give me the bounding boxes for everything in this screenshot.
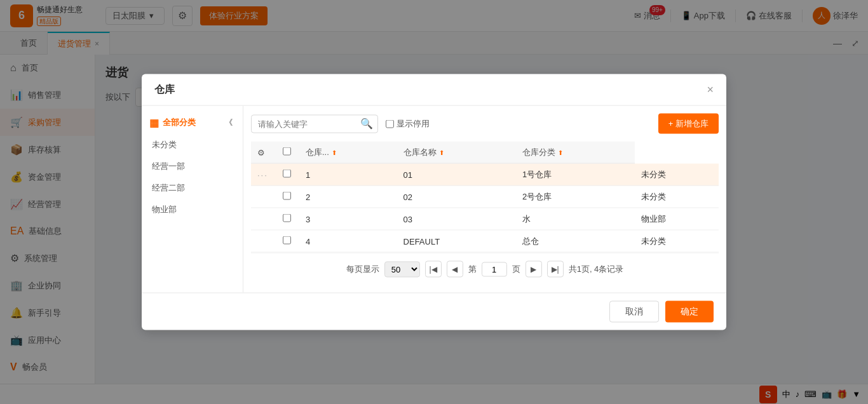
row-no: 4 xyxy=(299,230,397,252)
category-panel: ▦ 全部分类 《 未分类 经营一部 经营二部 物业部 xyxy=(142,106,243,293)
show-disabled-checkbox[interactable] xyxy=(386,119,394,128)
prev-page-button[interactable]: ◀ xyxy=(447,261,463,278)
search-input[interactable] xyxy=(251,114,378,133)
row-checkbox-cell xyxy=(276,163,299,185)
row-gear xyxy=(251,230,276,252)
modal-close-button[interactable]: × xyxy=(707,83,714,97)
sort-icon-name: ⬆ xyxy=(439,149,444,156)
grid-icon: ▦ xyxy=(149,116,159,128)
add-warehouse-button[interactable]: + 新增仓库 xyxy=(658,114,719,134)
modal-body: ▦ 全部分类 《 未分类 经营一部 经营二部 物业部 🔍 显示停用 + xyxy=(142,106,726,293)
table-row[interactable]: 2022号仓库未分类 xyxy=(251,185,719,208)
pagination-bar: 每页显示 50 10 20 100 |◀ ◀ 第 页 ▶ ▶| 共1页, 4条记… xyxy=(251,253,719,285)
row-code: 02 xyxy=(397,185,516,208)
search-row: 🔍 显示停用 + 新增仓库 xyxy=(251,114,719,134)
row-checkbox[interactable] xyxy=(283,192,291,200)
right-panel: 🔍 显示停用 + 新增仓库 ⚙ xyxy=(243,106,726,293)
next-page-button[interactable]: ▶ xyxy=(526,261,542,278)
search-icon[interactable]: 🔍 xyxy=(360,118,373,130)
confirm-button[interactable]: 确定 xyxy=(665,301,714,323)
col-code[interactable]: 仓库... ⬆ xyxy=(299,142,397,164)
row-name: 2号仓库 xyxy=(516,185,635,208)
row-code: 03 xyxy=(397,208,516,230)
category-property[interactable]: 物业部 xyxy=(142,199,243,220)
row-checkbox[interactable] xyxy=(283,214,291,222)
col-category[interactable]: 仓库分类 ⬆ xyxy=(516,142,635,164)
modal-header: 仓库 × xyxy=(142,74,726,106)
col-settings: ⚙ xyxy=(251,142,276,164)
row-code: 01 xyxy=(397,163,516,185)
row-category: 未分类 xyxy=(635,163,719,185)
row-no: 3 xyxy=(299,208,397,230)
modal-footer: 取消 确定 xyxy=(142,293,726,330)
sort-icon-code: ⬆ xyxy=(332,149,337,156)
per-page-select[interactable]: 50 10 20 100 xyxy=(384,261,420,277)
modal-title: 仓库 xyxy=(154,83,175,97)
row-checkbox-cell xyxy=(276,208,299,230)
row-category: 物业部 xyxy=(635,208,719,230)
row-checkbox[interactable] xyxy=(283,236,291,245)
row-name: 1号仓库 xyxy=(516,163,635,185)
row-name: 水 xyxy=(516,208,635,230)
category-dept1[interactable]: 经营一部 xyxy=(142,156,243,177)
row-gear xyxy=(251,185,276,208)
row-checkbox-cell xyxy=(276,230,299,252)
warehouse-table-container: ⚙ 仓库... ⬆ xyxy=(251,142,719,253)
row-checkbox-cell xyxy=(276,185,299,208)
search-input-wrap: 🔍 xyxy=(251,114,378,133)
total-info: 共1页, 4条记录 xyxy=(569,264,624,275)
per-page-label: 每页显示 xyxy=(346,264,379,275)
table-row[interactable]: ···1011号仓库未分类 xyxy=(251,163,719,185)
select-all-checkbox[interactable] xyxy=(283,147,291,156)
page-prefix-label: 第 xyxy=(468,264,477,275)
col-name-label: 仓库名称 xyxy=(403,147,437,158)
page-suffix-label: 页 xyxy=(512,264,520,275)
col-name[interactable]: 仓库名称 ⬆ xyxy=(397,142,516,164)
row-gear: ··· xyxy=(251,163,276,185)
show-disabled-label[interactable]: 显示停用 xyxy=(386,118,430,130)
row-category: 未分类 xyxy=(635,185,719,208)
row-gear xyxy=(251,208,276,230)
row-no: 2 xyxy=(299,185,397,208)
row-actions-button[interactable]: ··· xyxy=(257,170,268,179)
warehouse-table: ⚙ 仓库... ⬆ xyxy=(251,142,719,253)
sort-icon-category: ⬆ xyxy=(558,149,563,156)
table-row[interactable]: 303水物业部 xyxy=(251,208,719,230)
table-row[interactable]: 4DEFAULT总仓未分类 xyxy=(251,230,719,252)
col-code-label: 仓库... xyxy=(306,147,329,158)
last-page-button[interactable]: ▶| xyxy=(547,261,564,278)
collapse-button[interactable]: 《 xyxy=(222,116,235,129)
category-unclassified[interactable]: 未分类 xyxy=(142,134,243,156)
all-category-label: 全部分类 xyxy=(163,117,196,128)
row-checkbox[interactable] xyxy=(283,170,291,178)
row-no: 1 xyxy=(299,163,397,185)
settings-col-icon: ⚙ xyxy=(257,147,265,157)
row-name: 总仓 xyxy=(516,230,635,252)
category-dept2[interactable]: 经营二部 xyxy=(142,177,243,199)
page-number-input[interactable] xyxy=(482,262,507,276)
cancel-button[interactable]: 取消 xyxy=(609,301,659,323)
col-check xyxy=(276,142,299,164)
row-category: 未分类 xyxy=(635,230,719,252)
col-category-label: 仓库分类 xyxy=(522,147,555,158)
all-category-item[interactable]: ▦ 全部分类 《 xyxy=(142,111,243,134)
first-page-button[interactable]: |◀ xyxy=(425,261,442,278)
row-code: DEFAULT xyxy=(397,230,516,252)
warehouse-modal: 仓库 × ▦ 全部分类 《 未分类 经营一部 经营二部 物业部 🔍 xyxy=(142,74,726,330)
